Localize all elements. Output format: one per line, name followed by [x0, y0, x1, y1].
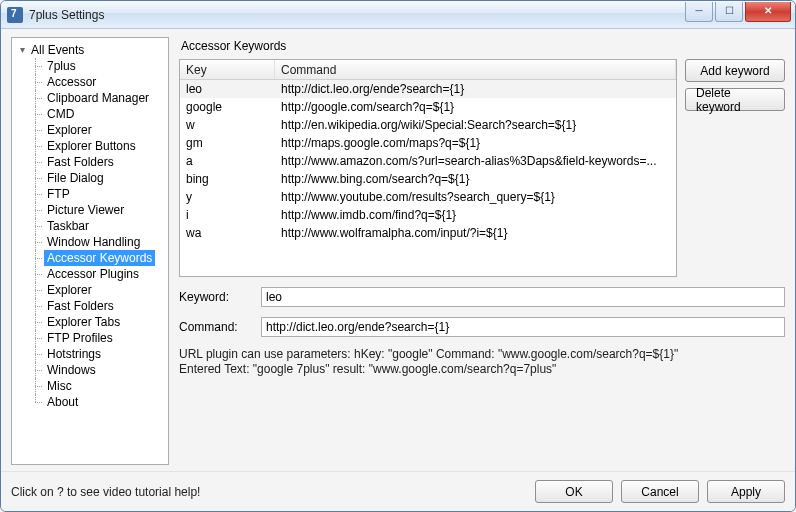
tree-item[interactable]: Fast Folders — [14, 298, 166, 314]
minimize-icon: ─ — [695, 6, 702, 16]
keywords-table[interactable]: Key Command leohttp://dict.leo.org/ende?… — [179, 59, 677, 277]
tree-item-label: 7plus — [44, 58, 79, 74]
tree-item-label: CMD — [44, 106, 77, 122]
cell-command: http://www.imdb.com/find?q=${1} — [275, 208, 676, 222]
tree-item[interactable]: Explorer — [14, 282, 166, 298]
cell-key: wa — [180, 226, 275, 240]
window-title: 7plus Settings — [29, 8, 104, 22]
cell-key: gm — [180, 136, 275, 150]
events-tree[interactable]: ▾All Events 7plus Accessor Clipboard Man… — [11, 37, 169, 465]
table-row[interactable]: gmhttp://maps.google.com/maps?q=${1} — [180, 134, 676, 152]
tree-panel: ▾All Events 7plus Accessor Clipboard Man… — [11, 37, 169, 465]
cell-command: http://www.bing.com/search?q=${1} — [275, 172, 676, 186]
tree-item-label: Fast Folders — [44, 154, 117, 170]
client-area: ▾All Events 7plus Accessor Clipboard Man… — [1, 29, 795, 471]
tree-item[interactable]: Fast Folders — [14, 154, 166, 170]
cell-command: http://www.youtube.com/results?search_qu… — [275, 190, 676, 204]
table-row[interactable]: yhttp://www.youtube.com/results?search_q… — [180, 188, 676, 206]
keyword-label: Keyword: — [179, 290, 251, 304]
close-icon: ✕ — [764, 6, 772, 16]
column-header-key[interactable]: Key — [180, 60, 275, 79]
tree-item[interactable]: CMD — [14, 106, 166, 122]
cell-key: bing — [180, 172, 275, 186]
cancel-button[interactable]: Cancel — [621, 480, 699, 503]
tree-item[interactable]: About — [14, 394, 166, 410]
tree-item-label: About — [44, 394, 81, 410]
tree-item[interactable]: Hotstrings — [14, 346, 166, 362]
tree-item-label: Explorer Tabs — [44, 314, 123, 330]
tree-item-label: Window Handling — [44, 234, 143, 250]
tree-item[interactable]: Accessor Keywords — [14, 250, 166, 266]
tree-item[interactable]: Clipboard Manager — [14, 90, 166, 106]
maximize-button[interactable]: ☐ — [715, 2, 743, 22]
tree-item-label: Accessor — [44, 74, 99, 90]
tree-item[interactable]: FTP Profiles — [14, 330, 166, 346]
tree-item-label: Explorer — [44, 122, 95, 138]
tree-item-label: Fast Folders — [44, 298, 117, 314]
tree-item[interactable]: Explorer — [14, 122, 166, 138]
tree-item[interactable]: File Dialog — [14, 170, 166, 186]
tree-item-label: Misc — [44, 378, 75, 394]
tree-item[interactable]: Accessor — [14, 74, 166, 90]
cell-command: http://www.wolframalpha.com/input/?i=${1… — [275, 226, 676, 240]
tree-item-label: File Dialog — [44, 170, 107, 186]
cell-key: i — [180, 208, 275, 222]
cell-command: http://google.com/search?q=${1} — [275, 100, 676, 114]
table-row[interactable]: whttp://en.wikipedia.org/wiki/Special:Se… — [180, 116, 676, 134]
maximize-icon: ☐ — [725, 6, 734, 16]
footer: Click on ? to see video tutorial help! O… — [1, 471, 795, 511]
table-row — [180, 242, 676, 260]
tree-item-label: Picture Viewer — [44, 202, 127, 218]
cell-key: w — [180, 118, 275, 132]
close-button[interactable]: ✕ — [745, 2, 791, 22]
tree-item[interactable]: Explorer Buttons — [14, 138, 166, 154]
tree-item-label: Clipboard Manager — [44, 90, 152, 106]
tree-item[interactable]: Window Handling — [14, 234, 166, 250]
panel-title: Accessor Keywords — [181, 39, 785, 53]
tree-item-label: Explorer Buttons — [44, 138, 139, 154]
tree-item-label: Accessor Keywords — [44, 250, 155, 266]
tree-item[interactable]: Picture Viewer — [14, 202, 166, 218]
tree-item[interactable]: Accessor Plugins — [14, 266, 166, 282]
tree-item-label: Windows — [44, 362, 99, 378]
tree-item[interactable]: Taskbar — [14, 218, 166, 234]
column-header-command[interactable]: Command — [275, 60, 676, 79]
titlebar[interactable]: 7plus Settings ─ ☐ ✕ — [1, 1, 795, 29]
cell-command: http://www.amazon.com/s?url=search-alias… — [275, 154, 676, 168]
table-row[interactable]: binghttp://www.bing.com/search?q=${1} — [180, 170, 676, 188]
keyword-input[interactable] — [261, 287, 785, 307]
add-keyword-button[interactable]: Add keyword — [685, 59, 785, 82]
table-row[interactable]: googlehttp://google.com/search?q=${1} — [180, 98, 676, 116]
cell-command: http://en.wikipedia.org/wiki/Special:Sea… — [275, 118, 676, 132]
tree-item[interactable]: ▾All Events — [14, 42, 166, 58]
app-icon — [7, 7, 23, 23]
tree-item-label: Hotstrings — [44, 346, 104, 362]
chevron-down-icon[interactable]: ▾ — [16, 42, 28, 58]
cell-command: http://maps.google.com/maps?q=${1} — [275, 136, 676, 150]
apply-button[interactable]: Apply — [707, 480, 785, 503]
help-line-1: URL plugin can use parameters: hKey: "go… — [179, 347, 785, 362]
tree-item[interactable]: Explorer Tabs — [14, 314, 166, 330]
tree-item[interactable]: Misc — [14, 378, 166, 394]
tree-item[interactable]: FTP — [14, 186, 166, 202]
help-line-2: Entered Text: "google 7plus" result: "ww… — [179, 362, 785, 377]
cell-key: y — [180, 190, 275, 204]
command-label: Command: — [179, 320, 251, 334]
settings-window: 7plus Settings ─ ☐ ✕ ▾All Events 7plus A… — [0, 0, 796, 512]
tree-item[interactable]: 7plus — [14, 58, 166, 74]
table-row[interactable]: leohttp://dict.leo.org/ende?search={1} — [180, 80, 676, 98]
table-row[interactable]: ihttp://www.imdb.com/find?q=${1} — [180, 206, 676, 224]
tree-item-label: FTP — [44, 186, 73, 202]
ok-button[interactable]: OK — [535, 480, 613, 503]
cell-command: http://dict.leo.org/ende?search={1} — [275, 82, 676, 96]
cell-key: a — [180, 154, 275, 168]
table-row[interactable]: ahttp://www.amazon.com/s?url=search-alia… — [180, 152, 676, 170]
table-row[interactable]: wahttp://www.wolframalpha.com/input/?i=$… — [180, 224, 676, 242]
delete-keyword-button[interactable]: Delete keyword — [685, 88, 785, 111]
minimize-button[interactable]: ─ — [685, 2, 713, 22]
help-text: URL plugin can use parameters: hKey: "go… — [179, 347, 785, 377]
command-input[interactable] — [261, 317, 785, 337]
tutorial-hint: Click on ? to see video tutorial help! — [11, 485, 200, 499]
tree-item[interactable]: Windows — [14, 362, 166, 378]
tree-item-label: Taskbar — [44, 218, 92, 234]
